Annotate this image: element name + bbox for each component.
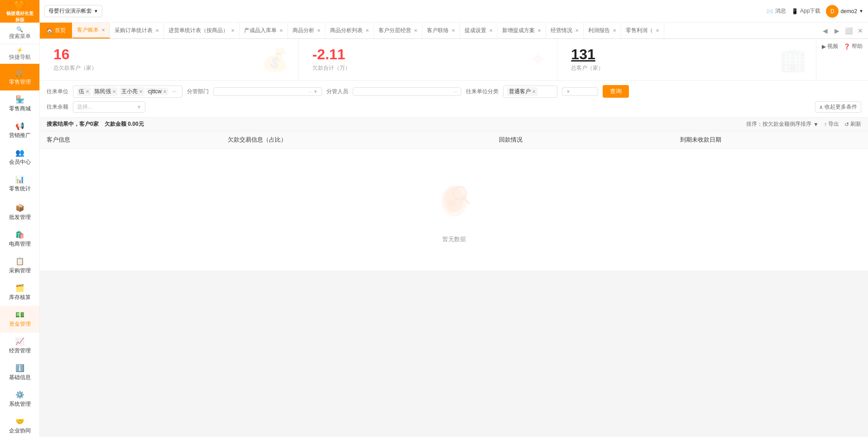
sidebar-label-basic-info: 基础信息 bbox=[9, 374, 31, 381]
app-download-button[interactable]: 📱 App下载 bbox=[791, 7, 820, 15]
tab-close-customer-segment[interactable]: ✕ bbox=[414, 28, 417, 33]
search-icon: 🔍 bbox=[2, 26, 37, 33]
tab-close-production-stock[interactable]: ✕ bbox=[279, 28, 283, 33]
dept-arrow-icon: ▼ bbox=[313, 89, 318, 94]
unit-tag-1-close[interactable]: ✕ bbox=[86, 89, 89, 94]
sidebar-item-retail-stats[interactable]: 📊 零售统计 bbox=[0, 171, 39, 197]
debt-amount-bg-icon: ✦ bbox=[529, 47, 548, 73]
tab-close-accounts[interactable]: ✕ bbox=[101, 28, 105, 33]
unit-tag-2-close[interactable]: ✕ bbox=[112, 89, 116, 94]
user-menu[interactable]: D demo2 ▼ bbox=[826, 5, 863, 18]
sidebar-item-operations-mgmt[interactable]: 📈 经营管理 bbox=[0, 332, 39, 359]
sidebar-label-system-mgmt: 系统管理 bbox=[9, 400, 31, 408]
tab-stock-stats[interactable]: 进货单统计表（按商品） ✕ bbox=[164, 23, 240, 38]
sidebar-item-ecommerce-mgmt[interactable]: 🛍️ 电商管理 bbox=[0, 226, 39, 252]
unit-filter-more[interactable]: ··· bbox=[170, 87, 178, 95]
dept-dropdown-icon: ··· bbox=[308, 89, 312, 94]
sidebar-label-purchase-mgmt: 采购管理 bbox=[9, 267, 31, 275]
person-filter-select[interactable]: ··· bbox=[353, 87, 461, 96]
unit-tag-3-close[interactable]: ✕ bbox=[139, 89, 143, 94]
refresh-button[interactable]: ↺ 刷新 bbox=[844, 120, 861, 128]
sidebar-item-search[interactable]: 🔍 搜索菜单 bbox=[0, 23, 39, 44]
sidebar-item-member-center[interactable]: 👥 会员中心 bbox=[0, 144, 39, 171]
tab-accounts[interactable]: 客户账本 ✕ bbox=[72, 23, 110, 38]
message-button[interactable]: ✉️ 消息 bbox=[767, 7, 786, 15]
dept-filter-select[interactable]: ··· ▼ bbox=[213, 87, 322, 96]
logo-icon: 🧡 bbox=[14, 0, 25, 10]
tab-home[interactable]: 🏠 首页 bbox=[40, 23, 72, 38]
tab-close-customer-contact[interactable]: ✕ bbox=[451, 28, 455, 33]
tab-label-production-stock: 产成品入库单 bbox=[244, 27, 277, 34]
query-button[interactable]: 查询 bbox=[603, 85, 629, 98]
tab-close-operations[interactable]: ✕ bbox=[575, 28, 579, 33]
sidebar-item-finance-mgmt[interactable]: 💵 资金管理 bbox=[0, 306, 39, 332]
tab-more[interactable]: ⬜ bbox=[844, 26, 854, 36]
empty-icon bbox=[432, 176, 477, 230]
sidebar-item-marketing[interactable]: 📢 营销推广 bbox=[0, 117, 39, 144]
tab-operations[interactable]: 经营情况 ✕ bbox=[546, 23, 584, 38]
unit-tag-4-close[interactable]: ✕ bbox=[163, 89, 167, 94]
tab-scroll-left[interactable]: ◀ bbox=[820, 26, 830, 36]
tab-customer-contact[interactable]: 客户联络 ✕ bbox=[422, 23, 460, 38]
export-button[interactable]: ↑ 导出 bbox=[824, 120, 839, 128]
table-container: 客户信息 欠款交易信息（占比） 回款情况 到期未收款日期 bbox=[40, 131, 868, 271]
sidebar-item-quick-nav[interactable]: ⚡ 快捷导航 bbox=[0, 44, 39, 64]
collapse-button[interactable]: ∧ 收起更多条件 bbox=[815, 101, 861, 113]
tab-close-promo-settings[interactable]: ✕ bbox=[489, 28, 493, 33]
tab-profit-report[interactable]: 利润报告 ✕ bbox=[584, 23, 621, 38]
sidebar-item-system-mgmt[interactable]: ⚙️ 系统管理 bbox=[0, 386, 39, 413]
unit-tag-1: 伍 ✕ bbox=[77, 87, 91, 96]
svg-point-5 bbox=[447, 206, 452, 211]
tab-production-stock[interactable]: 产成品入库单 ✕ bbox=[240, 23, 288, 38]
message-icon: ✉️ bbox=[767, 8, 773, 14]
tab-close-purchase-order[interactable]: ✕ bbox=[155, 28, 159, 33]
sidebar-item-enterprise-coop[interactable]: 🤝 企业协同 bbox=[0, 413, 39, 437]
help-link[interactable]: ❓ 帮助 bbox=[844, 43, 863, 50]
tab-close-product-analysis-list[interactable]: ✕ bbox=[365, 28, 369, 33]
avatar: D bbox=[826, 5, 839, 18]
sidebar-item-inventory[interactable]: 🗂️ 库存核算 bbox=[0, 279, 39, 306]
tab-close-new-promo[interactable]: ✕ bbox=[537, 28, 541, 33]
tab-product-analysis-list[interactable]: 商品分析列表 ✕ bbox=[326, 23, 374, 38]
sidebar-item-retail-mall[interactable]: 🏪 零售商城 bbox=[0, 90, 39, 117]
unit-type-tag-1-close[interactable]: ✕ bbox=[532, 89, 536, 94]
unit-type-dropdown[interactable]: ▼ bbox=[562, 87, 598, 96]
sidebar-item-retail-mgmt[interactable]: 🛒 零售管理 bbox=[0, 64, 39, 90]
debt-amount-value: -2.11 bbox=[312, 47, 345, 62]
unit-type-filter-input[interactable]: 普通客户 ✕ bbox=[503, 86, 557, 98]
tab-retail-profit[interactable]: 零售利润（ ✕ bbox=[621, 23, 664, 38]
table-col-repayment: 回款情况 bbox=[499, 136, 680, 144]
tab-close-all[interactable]: ✕ bbox=[855, 26, 865, 36]
tab-customer-segment[interactable]: 客户分层经营 ✕ bbox=[374, 23, 422, 38]
tab-scroll-right[interactable]: ▶ bbox=[832, 26, 842, 36]
sidebar-label-inventory: 库存核算 bbox=[9, 294, 31, 301]
tab-close-retail-profit[interactable]: ✕ bbox=[656, 28, 659, 33]
debt-customers-label: 总欠款客户（家） bbox=[53, 64, 97, 72]
sort-button[interactable]: 排序：按欠款金额倒序排序 ▼ bbox=[746, 120, 819, 128]
stat-debt-customers: 💰 16 总欠款客户（家） bbox=[40, 39, 299, 80]
tab-product-analysis[interactable]: 商品分析 ✕ bbox=[288, 23, 326, 38]
tab-label-promo-settings: 提成设置 bbox=[465, 27, 486, 34]
sidebar-item-basic-info[interactable]: ℹ️ 基础信息 bbox=[0, 359, 39, 386]
retail-mgmt-icon: 🛒 bbox=[15, 68, 24, 77]
tab-close-profit-report[interactable]: ✕ bbox=[613, 28, 616, 33]
balance-filter-select[interactable]: 选择... ▼ bbox=[73, 101, 145, 113]
unit-filter-input[interactable]: 伍 ✕ 陈民强 ✕ 王小亮 ✕ cjttcw ✕ bbox=[73, 86, 182, 98]
quick-nav-icon: ⚡ bbox=[2, 47, 37, 53]
tab-close-product-analysis[interactable]: ✕ bbox=[317, 28, 321, 33]
export-label: 导出 bbox=[828, 120, 839, 128]
video-label: 视频 bbox=[827, 43, 838, 50]
sidebar-label-wholesale-mgmt: 批发管理 bbox=[9, 214, 31, 221]
sidebar-label-retail-mgmt: 零售管理 bbox=[9, 78, 31, 86]
sort-label: 排序：按欠款金额倒序排序 bbox=[746, 120, 811, 128]
result-actions: 排序：按欠款金额倒序排序 ▼ ↑ 导出 ↺ 刷新 bbox=[746, 120, 861, 128]
sidebar-item-purchase-mgmt[interactable]: 📋 采购管理 bbox=[0, 252, 39, 279]
video-link[interactable]: ▶ 视频 bbox=[822, 43, 838, 50]
sidebar-item-wholesale-mgmt[interactable]: 📦 批发管理 bbox=[0, 199, 39, 226]
tab-promo-settings[interactable]: 提成设置 ✕ bbox=[460, 23, 498, 38]
workspace-selector[interactable]: 母婴行业演示帐套 ▼ bbox=[44, 5, 102, 17]
logo-text: 畅捷通好生意 bbox=[6, 10, 34, 17]
tab-close-stock-stats[interactable]: ✕ bbox=[231, 28, 235, 33]
tab-new-promo[interactable]: 新增提成方案 ✕ bbox=[498, 23, 546, 38]
tab-purchase-order[interactable]: 采购订单统计表 ✕ bbox=[110, 23, 164, 38]
